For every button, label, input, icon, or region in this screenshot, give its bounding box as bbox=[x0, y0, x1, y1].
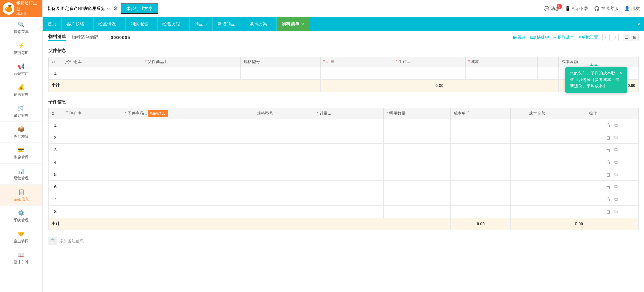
child-cell-spec-7[interactable] bbox=[254, 193, 314, 206]
sidebar-item-finance[interactable]: 💳 资金管理 bbox=[0, 143, 42, 164]
child-cell-unit-2[interactable] bbox=[314, 131, 368, 144]
child-cell-qty-6[interactable] bbox=[384, 181, 451, 193]
tab-history[interactable]: 经营历程 × bbox=[158, 17, 189, 31]
system-title-select[interactable]: 装备及固定资产辅助管理系统 bbox=[47, 5, 110, 12]
tab-bom[interactable]: 物料清单 × bbox=[277, 17, 309, 31]
sidebar-item-inventory[interactable]: 📦 库存核算 bbox=[0, 122, 42, 143]
message-button[interactable]: 💬 消息 6 bbox=[544, 5, 559, 12]
child-cell-qty-2[interactable] bbox=[384, 131, 451, 144]
app-download-button[interactable]: 📱 App下载 bbox=[565, 5, 589, 12]
child-cell-qty-1[interactable] bbox=[384, 119, 451, 131]
child-cell-goods-2[interactable] bbox=[122, 131, 254, 144]
child-cell-spec-8[interactable] bbox=[254, 206, 314, 218]
tab-home[interactable]: 首页 bbox=[43, 17, 62, 31]
next-arrow[interactable]: › bbox=[611, 34, 619, 41]
delete-icon-2[interactable]: 🗑 bbox=[605, 135, 611, 141]
child-cell-unitcost-5[interactable] bbox=[451, 168, 510, 181]
tab-barcode-close[interactable]: × bbox=[270, 22, 272, 26]
tab-operations[interactable]: 经营情况 × bbox=[94, 17, 125, 31]
child-cell-unitcost-6[interactable] bbox=[451, 181, 510, 193]
delete-icon-3[interactable]: 🗑 bbox=[605, 147, 611, 153]
copy-icon-7[interactable]: ⧉ bbox=[613, 196, 619, 202]
delete-icon-8[interactable]: 🗑 bbox=[605, 209, 611, 215]
child-cell-unitcost-8[interactable] bbox=[451, 206, 510, 218]
tab-goods-close[interactable]: × bbox=[206, 22, 208, 26]
sidebar-item-guide[interactable]: 📖 新手引导 bbox=[0, 247, 42, 268]
delete-icon-1[interactable]: 🗑 bbox=[605, 122, 611, 128]
tab-customer-close[interactable]: × bbox=[86, 22, 88, 26]
child-cell-warehouse-5[interactable] bbox=[62, 168, 122, 181]
tab-goods[interactable]: 商品 × bbox=[190, 17, 213, 31]
hint-text[interactable]: 添加备注信息 bbox=[59, 238, 84, 244]
sidebar-item-quick-nav[interactable]: ⚡ 快捷导航 bbox=[0, 38, 42, 59]
prev-arrow[interactable]: ‹ bbox=[602, 34, 610, 41]
shortcut-action[interactable]: ⌨ 快捷键 bbox=[530, 35, 549, 40]
child-cell-spec-5[interactable] bbox=[254, 168, 314, 181]
child-cell-warehouse-6[interactable] bbox=[62, 181, 122, 193]
sidebar-item-business[interactable]: 📊 经营管理 bbox=[0, 164, 42, 185]
child-cell-warehouse-4[interactable] bbox=[62, 156, 122, 168]
child-cell-qty-4[interactable] bbox=[384, 156, 451, 168]
sidebar-item-collab[interactable]: 🤝 企业协同 bbox=[0, 226, 42, 247]
child-cell-unit-7[interactable] bbox=[314, 193, 368, 206]
copy-icon-1[interactable]: ⧉ bbox=[613, 122, 619, 128]
copy-icon-6[interactable]: ⧉ bbox=[613, 184, 619, 190]
copy-icon-2[interactable]: ⧉ bbox=[613, 135, 619, 141]
parent-cell-warehouse-1[interactable] bbox=[62, 67, 142, 80]
tab-bom-close[interactable]: × bbox=[301, 22, 304, 26]
child-cell-unitcost-3[interactable] bbox=[451, 144, 510, 156]
child-cell-qty-3[interactable] bbox=[384, 144, 451, 156]
child-cell-warehouse-1[interactable] bbox=[62, 119, 122, 131]
tab-new-goods-close[interactable]: × bbox=[237, 22, 239, 26]
child-cell-unitcost-1[interactable] bbox=[451, 119, 510, 131]
tab-customer[interactable]: 客户联络 × bbox=[62, 17, 94, 31]
child-cell-spec-6[interactable] bbox=[254, 181, 314, 193]
sidebar-item-system[interactable]: ⚙️ 系统管理 bbox=[0, 206, 42, 226]
delete-icon-4[interactable]: 🗑 bbox=[605, 159, 611, 165]
child-cell-warehouse-2[interactable] bbox=[62, 131, 122, 144]
child-cell-spec-1[interactable] bbox=[254, 119, 314, 131]
child-cell-unitcost-4[interactable] bbox=[451, 156, 510, 168]
tooltip-close-button[interactable]: × bbox=[620, 70, 622, 77]
child-cell-unitcost-7[interactable] bbox=[451, 193, 510, 206]
child-cell-unit-5[interactable] bbox=[314, 168, 368, 181]
child-cell-goods-3[interactable] bbox=[122, 144, 254, 156]
delete-icon-6[interactable]: 🗑 bbox=[605, 184, 611, 190]
delete-icon-5[interactable]: 🗑 bbox=[605, 172, 611, 178]
view-action[interactable]: ▶ 视频 bbox=[513, 35, 526, 40]
child-cell-warehouse-3[interactable] bbox=[62, 144, 122, 156]
sidebar-item-basic-info[interactable]: 📋 基础信息 bbox=[0, 185, 42, 206]
child-cell-spec-3[interactable] bbox=[254, 144, 314, 156]
child-cell-spec-2[interactable] bbox=[254, 131, 314, 144]
tab-operations-close[interactable]: × bbox=[118, 22, 120, 26]
child-cell-goods-5[interactable] bbox=[122, 168, 254, 181]
tab-new-goods[interactable]: 新增商品 × bbox=[213, 17, 245, 31]
sidebar-item-marketing[interactable]: 📢 营销推广 bbox=[0, 59, 42, 80]
parent-cell-cost-1[interactable] bbox=[465, 67, 537, 80]
tab-close-all[interactable]: × bbox=[634, 21, 644, 27]
copy-icon-3[interactable]: ⧉ bbox=[613, 147, 619, 153]
scan-button[interactable]: 扫码录入 bbox=[148, 110, 168, 117]
child-cell-qty-5[interactable] bbox=[384, 168, 451, 181]
child-cell-goods-7[interactable] bbox=[122, 193, 254, 206]
sidebar-item-sales[interactable]: 💰 销售管理 bbox=[0, 80, 42, 101]
child-cell-goods-8[interactable] bbox=[122, 206, 254, 218]
single-settings-action[interactable]: ≡ 单据设置 bbox=[578, 35, 598, 40]
child-cell-qty-7[interactable] bbox=[384, 193, 451, 206]
tab-barcode[interactable]: 条码方案 × bbox=[245, 17, 277, 31]
grid-view-btn[interactable]: ⊞ bbox=[631, 34, 639, 41]
extract-cost-action[interactable]: ↩ 提取成本 bbox=[553, 35, 574, 40]
copy-icon-5[interactable]: ⧉ bbox=[613, 172, 619, 178]
child-cell-goods-1[interactable] bbox=[122, 119, 254, 131]
copy-icon-8[interactable]: ⧉ bbox=[613, 209, 619, 215]
tab-history-close[interactable]: × bbox=[182, 22, 184, 26]
copy-icon-4[interactable]: ⧉ bbox=[613, 159, 619, 165]
child-cell-goods-4[interactable] bbox=[122, 156, 254, 168]
sidebar-item-search[interactable]: 🔍 搜索菜单 bbox=[0, 17, 42, 38]
child-cell-unit-1[interactable] bbox=[314, 119, 368, 131]
parent-cell-spec-1[interactable] bbox=[240, 67, 320, 80]
tab-profit[interactable]: 利润报告 × bbox=[126, 17, 158, 31]
child-cell-unit-4[interactable] bbox=[314, 156, 368, 168]
child-cell-unit-3[interactable] bbox=[314, 144, 368, 156]
breadcrumb-bill-list[interactable]: 物料清单 bbox=[48, 34, 66, 41]
